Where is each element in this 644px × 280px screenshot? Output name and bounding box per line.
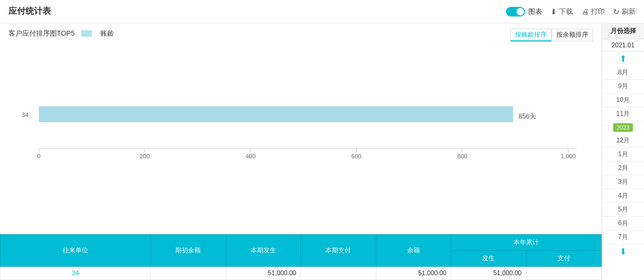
- month-item[interactable]: 7月: [602, 231, 644, 244]
- sidebar: 月份选择 2021.01 ⬆ 8月9月10月11月202312月1月2月3月4月…: [602, 23, 644, 280]
- month-item[interactable]: 8月: [602, 66, 644, 80]
- month-item[interactable]: 4月: [602, 189, 644, 203]
- col-opening: 期初余额: [151, 235, 226, 267]
- download-button[interactable]: ⬇ 下载: [551, 7, 573, 16]
- main-content: 客户应付排序图TOP5 账龄 按账龄排序 按余额排序 34: [0, 23, 644, 280]
- legend-color-label: 账龄: [100, 29, 114, 38]
- refresh-button[interactable]: ↻ 刷新: [613, 7, 636, 16]
- chart-section: 客户应付排序图TOP5 账龄 按账龄排序 按余额排序 34: [0, 23, 602, 234]
- month-item[interactable]: 5月: [602, 203, 644, 217]
- chart-legend: 客户应付排序图TOP5 账龄: [8, 29, 593, 38]
- cell-balance: 51,000.00: [376, 267, 451, 280]
- sidebar-year-value[interactable]: 2021.01: [602, 39, 644, 52]
- toggle-knob: [517, 8, 524, 15]
- chart-toggle[interactable]: [506, 7, 525, 16]
- sidebar-scroll[interactable]: ⬆ 8月9月10月11月202312月1月2月3月4月5月6月7月 ⬇: [602, 52, 644, 280]
- col-current-pay: 本期支付: [301, 235, 376, 267]
- sort-by-balance-button[interactable]: 按余额排序: [552, 29, 593, 41]
- col-unit: 往来单位: [1, 235, 151, 267]
- year-marker: 2023: [602, 121, 644, 134]
- cell-ytd-occur: 51,000.00: [451, 267, 527, 280]
- svg-text:856天: 856天: [519, 113, 536, 120]
- col-balance: 余额: [376, 235, 451, 267]
- chart-bar: [39, 106, 513, 122]
- legend-title: 客户应付排序图TOP5: [8, 29, 75, 38]
- svg-text:1,000: 1,000: [561, 153, 576, 159]
- col-current-occur: 本期发生: [226, 235, 301, 267]
- refresh-icon: ↻: [613, 7, 620, 16]
- chart-area: 客户应付排序图TOP5 账龄 按账龄排序 按余额排序 34: [0, 23, 602, 280]
- chart-wrapper: 34 856天 0 200 400 600 800 1,000: [8, 43, 593, 191]
- data-table: 往来单位 期初余额 本期发生 本期支付 余额 本年累计 发生 支付: [0, 234, 602, 280]
- month-item[interactable]: 11月: [602, 107, 644, 121]
- cell-current-pay: [301, 267, 376, 280]
- svg-text:200: 200: [140, 153, 150, 159]
- scroll-down-arrow[interactable]: ⬇: [602, 244, 644, 259]
- cell-opening: [151, 267, 226, 280]
- col-ytd-occur: 发生: [451, 251, 527, 267]
- download-icon: ⬇: [551, 7, 557, 16]
- table-row: 34 51,000.00 51,000.00 51,000.00: [1, 267, 602, 280]
- year-marker-label: 2023: [613, 123, 632, 132]
- page-title: 应付统计表: [8, 6, 51, 17]
- month-item[interactable]: 6月: [602, 217, 644, 231]
- month-item[interactable]: 9月: [602, 80, 644, 94]
- month-list: 8月9月10月11月202312月1月2月3月4月5月6月7月: [602, 66, 644, 244]
- svg-text:400: 400: [245, 153, 255, 159]
- table-section: 往来单位 期初余额 本期发生 本期支付 余额 本年累计 发生 支付: [0, 234, 602, 280]
- svg-text:600: 600: [351, 153, 362, 159]
- svg-text:0: 0: [37, 153, 40, 159]
- print-icon: 🖨: [581, 7, 589, 16]
- month-item[interactable]: 1月: [602, 148, 644, 162]
- toggle-label: 图表: [528, 7, 542, 16]
- svg-text:34: 34: [22, 112, 29, 118]
- month-item[interactable]: 12月: [602, 134, 644, 148]
- sort-buttons: 按账龄排序 按余额排序: [510, 29, 593, 41]
- legend-color-swatch: [81, 30, 92, 37]
- col-ytd-group: 本年累计: [451, 235, 602, 251]
- unit-link[interactable]: 34: [72, 269, 79, 277]
- header: 应付统计表 图表 ⬇ 下载 🖨 打印 ↻ 刷新: [0, 0, 644, 23]
- month-item[interactable]: 10月: [602, 94, 644, 107]
- header-actions: 图表 ⬇ 下载 🖨 打印 ↻ 刷新: [506, 7, 636, 16]
- col-ytd-pay: 支付: [526, 251, 602, 267]
- bar-chart: 34 856天 0 200 400 600 800 1,000: [8, 43, 593, 186]
- month-item[interactable]: 2月: [602, 162, 644, 175]
- sort-by-amount-button[interactable]: 按账龄排序: [510, 29, 552, 41]
- scroll-up-arrow[interactable]: ⬆: [602, 52, 644, 66]
- cell-unit: 34: [1, 267, 151, 280]
- cell-current-occur: 51,000.00: [226, 267, 301, 280]
- sidebar-title: 月份选择: [602, 23, 644, 39]
- print-button[interactable]: 🖨 打印: [581, 7, 605, 16]
- cell-ytd-pay: [526, 267, 602, 280]
- chart-toggle-wrap: 图表: [506, 7, 542, 16]
- month-item[interactable]: 3月: [602, 175, 644, 189]
- svg-text:800: 800: [457, 153, 467, 159]
